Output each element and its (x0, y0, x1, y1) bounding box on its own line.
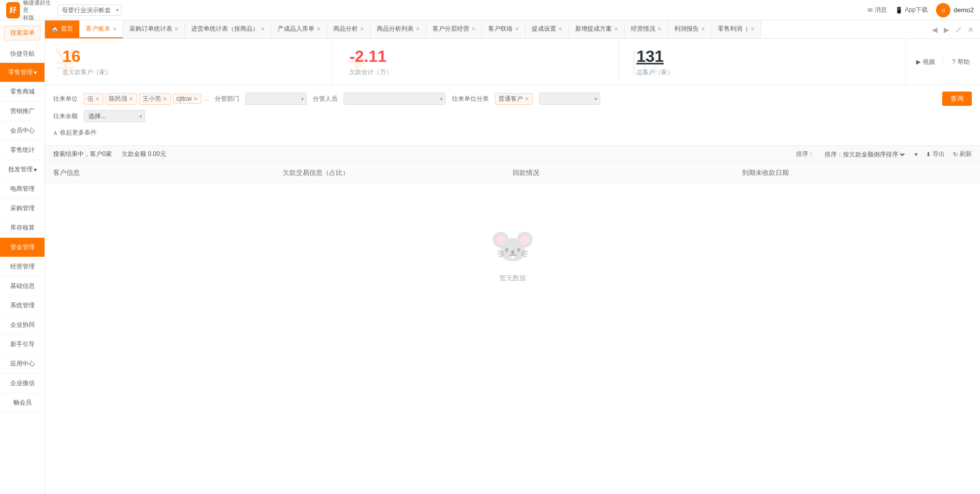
unit-tag-more[interactable]: ... (203, 95, 209, 102)
export-button[interactable]: ⬇ 导出 (926, 150, 945, 159)
tab-close-promotion-settings[interactable]: ✕ (558, 26, 562, 32)
sidebar-item-wholesale-mgmt[interactable]: 批发管理 ▾ (0, 160, 44, 179)
avatar: d (936, 3, 950, 17)
user-area[interactable]: d demo2 (936, 3, 974, 17)
tab-customer-debt[interactable]: 客户账本 ✕ (80, 20, 123, 38)
dept-select[interactable] (245, 93, 307, 105)
unit-class-select[interactable] (539, 93, 600, 105)
collapse-icon: ∧ (53, 129, 58, 137)
collapse-button[interactable]: ∧ 收起更多条件 (53, 128, 972, 137)
tab-close-goods-analysis[interactable]: ✕ (360, 26, 364, 32)
table-col-repayment: 回款情况 (513, 168, 742, 177)
tab-purchase-order-stats[interactable]: 采购订单统计表 ✕ (123, 20, 185, 38)
filter-area: 往来单位 伍 ✕ 陈民强 ✕ 王小亮 ✕ cjttcw (45, 85, 980, 146)
tab-retail-profit[interactable]: 零售利润（ ✕ (712, 20, 761, 38)
tabs-row: 🏠 首页 客户账本 ✕ 采购订单统计表 ✕ 进货单统计表（按商品） ✕ 产成品入… (45, 20, 980, 38)
home-icon: 🏠 (51, 26, 59, 33)
tab-customer-segment[interactable]: 客户分层经营 ✕ (426, 20, 482, 38)
tab-new-promotion-plan[interactable]: 新增提成方案 ✕ (569, 20, 625, 38)
balance-label: 往来余额 (53, 112, 78, 121)
video-button[interactable]: ▶ 视频 (916, 58, 935, 66)
sidebar-item-retail-mall[interactable]: 零售商城 (0, 82, 44, 102)
tab-profit-report[interactable]: 利润报告 ✕ (668, 20, 712, 38)
unit-tag-cjttcw-close[interactable]: ✕ (193, 96, 198, 102)
tab-close-production-inbound[interactable]: ✕ (316, 26, 321, 32)
tab-close-customer-debt[interactable]: ✕ (112, 26, 117, 32)
tabs-prev-button[interactable]: ◀ (930, 25, 940, 35)
filter-row-2: 往来余额 选择... (53, 110, 972, 122)
unit-class-tags: 普通客户 ✕ (495, 93, 533, 105)
chevron-down-icon: ▾ (34, 69, 37, 76)
tab-promotion-settings[interactable]: 提成设置 ✕ (526, 20, 569, 38)
person-select[interactable] (344, 93, 446, 105)
tab-purchase-stats-by-goods[interactable]: 进货单统计表（按商品） ✕ (185, 20, 271, 38)
tab-goods-analysis-list[interactable]: 商品分析列表 ✕ (371, 20, 426, 38)
tab-close-profit-report[interactable]: ✕ (701, 26, 705, 32)
tabs-expand-button[interactable]: ⤢ (953, 25, 964, 35)
unit-class-tag-close[interactable]: ✕ (525, 96, 529, 102)
tab-operations-situation[interactable]: 经营情况 ✕ (625, 20, 668, 38)
stat-customers: ¥ 16 总欠款客户（家） (45, 39, 332, 85)
tab-close-purchase-stats-by-goods[interactable]: ✕ (261, 26, 265, 32)
tab-close-purchase-order-stats[interactable]: ✕ (174, 26, 178, 32)
tab-goods-analysis[interactable]: 商品分析 ✕ (327, 20, 371, 38)
logo-area: 好 畅捷通好生意 标版 (6, 0, 51, 21)
tab-customer-contact[interactable]: 客户联络 ✕ (482, 20, 526, 38)
sidebar-item-retail-mgmt[interactable]: 零售管理 ▾ (0, 63, 44, 82)
query-button[interactable]: 查询 (942, 92, 972, 106)
sidebar-item-inventory-check[interactable]: 库存核算 (0, 218, 44, 238)
unit-tag-wu-close[interactable]: ✕ (95, 96, 100, 102)
tab-close-new-promotion-plan[interactable]: ✕ (614, 26, 618, 32)
sidebar-item-marketing[interactable]: 营销推广 (0, 102, 44, 121)
tenant-selector[interactable]: 母婴行业演示帐套 (57, 5, 122, 16)
sidebar-item-retail-stats[interactable]: 零售统计 (0, 141, 44, 160)
person-select-wrapper (344, 93, 446, 105)
tab-close-customer-segment[interactable]: ✕ (471, 26, 475, 32)
tab-close-goods-analysis-list[interactable]: ✕ (416, 26, 420, 32)
balance-select-wrapper: 选择... (84, 110, 145, 122)
tabs-next-button[interactable]: ▶ (942, 25, 951, 35)
tenant-select[interactable]: 母婴行业演示帐套 (57, 5, 122, 16)
sidebar-item-ecommerce-mgmt[interactable]: 电商管理 (0, 179, 44, 199)
search-result-bar: 搜索结果中，客户0家 欠款金额 0.00元 排序： 排序：按欠款金额倒序排序 ▾… (45, 146, 980, 163)
app-download-button[interactable]: 📱 App下载 (895, 6, 928, 14)
table-header: 客户信息 欠款交易信息（占比） 回款情况 到期未收款日期 (45, 163, 980, 183)
quick-nav-button[interactable]: 快捷导航 (0, 46, 44, 63)
stat-debt: ✦ -2.11 欠款合计（万） (332, 39, 619, 85)
sidebar-item-capital-mgmt[interactable]: 资金管理 (0, 238, 44, 257)
divider (943, 58, 944, 66)
unit-tag-wu: 伍 ✕ (84, 93, 103, 105)
sidebar-item-enterprise-coop[interactable]: 企业协同 (0, 316, 44, 335)
sidebar-item-basic-info[interactable]: 基础信息 (0, 277, 44, 296)
sort-icon: ▾ (915, 151, 918, 158)
sidebar-item-app-center[interactable]: 应用中心 (0, 354, 44, 374)
tab-home[interactable]: 🏠 首页 (45, 20, 80, 38)
tabs-close-all-button[interactable]: ✕ (966, 25, 976, 35)
tab-production-inbound[interactable]: 产成品入库单 ✕ (271, 20, 327, 38)
sidebar-item-enterprise-wechat[interactable]: 企业微信 (0, 374, 44, 393)
table-col-due-date: 到期未收款日期 (742, 168, 972, 177)
sort-label: 排序： (796, 150, 814, 159)
sidebar-item-vip-member[interactable]: 畅会员 (0, 393, 44, 413)
sidebar-item-member-center[interactable]: 会员中心 (0, 121, 44, 141)
balance-select[interactable]: 选择... (84, 110, 145, 122)
refresh-button[interactable]: ↻ 刷新 (953, 150, 972, 159)
help-button[interactable]: ? 帮助 (952, 58, 970, 66)
tab-close-retail-profit[interactable]: ✕ (750, 26, 755, 32)
tab-close-customer-contact[interactable]: ✕ (515, 26, 519, 32)
table-area: 客户信息 欠款交易信息（占比） 回款情况 到期未收款日期 🐭 暂无数据 (45, 163, 980, 494)
sidebar-item-operations-mgmt[interactable]: 经营管理 (0, 257, 44, 277)
sidebar-item-system-mgmt[interactable]: 系统管理 (0, 296, 44, 316)
logo-text: 畅捷通好生意 标版 (23, 0, 51, 21)
sidebar-item-new-guide[interactable]: 新手引导 (0, 335, 44, 354)
message-button[interactable]: ✉ 消息 (868, 6, 887, 14)
search-menu-button[interactable]: 搜索菜单 (4, 26, 40, 40)
empty-text: 暂无数据 (499, 274, 526, 283)
unit-tag-chen-close[interactable]: ✕ (129, 96, 133, 102)
unit-tag-wang-close[interactable]: ✕ (163, 96, 167, 102)
chevron-down-icon2: ▾ (34, 166, 37, 173)
unit-label: 往来单位 (53, 95, 78, 103)
tab-close-operations-situation[interactable]: ✕ (657, 26, 662, 32)
sidebar-item-purchase-mgmt[interactable]: 采购管理 (0, 199, 44, 218)
sort-select[interactable]: 排序：按欠款金额倒序排序 (823, 150, 906, 159)
